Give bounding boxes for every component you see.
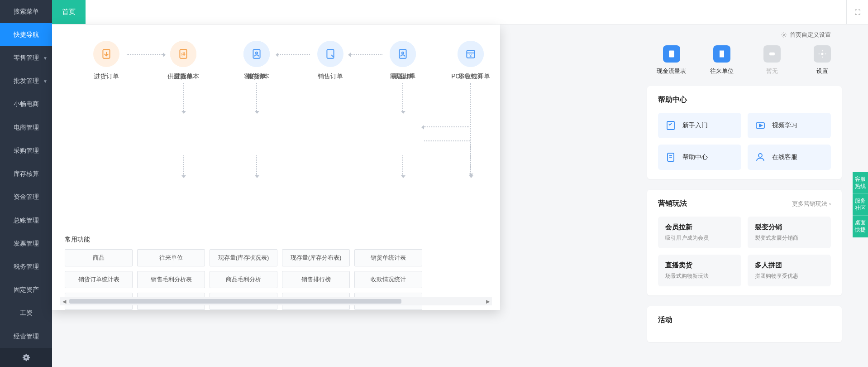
sidebar-item-search[interactable]: 搜索菜单 — [0, 0, 52, 23]
flow-node-sales-order[interactable]: 销售订单 — [308, 41, 353, 81]
sidebar-item-operation[interactable]: 经营管理 — [0, 325, 52, 348]
chevron-right-icon: › — [829, 200, 831, 207]
flow-arrow — [424, 140, 470, 141]
flow-arrow — [402, 155, 403, 175]
flow-arrow — [256, 83, 257, 111]
horizontal-scrollbar[interactable]: ◀ ▶ — [60, 297, 492, 305]
fn-btn-5[interactable]: 销货订单统计表 — [65, 271, 133, 288]
float-hotline[interactable]: 客服热线 — [853, 172, 868, 194]
video-icon — [755, 120, 766, 131]
help-tile-video[interactable]: 视频学习 — [748, 113, 831, 138]
topbar: 首页 — [52, 0, 868, 24]
shortcut-row: 现金流量表 往来单位 暂无 设置 — [647, 45, 842, 75]
svg-rect-1 — [669, 51, 674, 58]
quicknav-flyout: 进货订单 进货单 销货单 销售订单 商城订单 POS收银开单 ¥付款单 ¥收款单… — [52, 24, 500, 310]
sidebar-settings-button[interactable] — [0, 348, 52, 367]
sidebar-item-salary[interactable]: 工资 — [0, 302, 52, 325]
home-right-column: 首页自定义设置 现金流量表 往来单位 暂无 设置 帮助中心 新手入门 视频学习 … — [647, 27, 842, 342]
sidebar-item-tax[interactable]: 税务管理 — [0, 255, 52, 278]
flow-arrow — [183, 83, 184, 111]
help-tile-center[interactable]: 帮助中心 — [658, 145, 741, 170]
tab-home[interactable]: 首页 — [52, 0, 86, 24]
svg-text:供: 供 — [181, 52, 186, 57]
flow-diagram: 进货订单 进货单 销货单 销售订单 商城订单 POS收银开单 ¥付款单 ¥收款单… — [57, 41, 491, 236]
svg-rect-22 — [327, 49, 334, 58]
flow-arrow — [256, 155, 257, 175]
float-desktop[interactable]: 桌面快捷 — [853, 216, 868, 237]
activity-title: 活动 — [658, 315, 672, 325]
fn-btn-1[interactable]: 往来单位 — [137, 249, 205, 266]
fn-btn-4[interactable]: 销货单统计表 — [354, 249, 422, 266]
chevron-down-icon: ▼ — [43, 56, 48, 61]
marketing-more-link[interactable]: 更多营销玩法 › — [792, 200, 831, 208]
float-community[interactable]: 服务社区 — [853, 194, 868, 216]
mktg-tile-live[interactable]: 直播卖货场景式购物新玩法 — [658, 255, 741, 286]
flow-node-customer-ledger[interactable]: 客户账本 — [234, 41, 279, 81]
scroll-left-button[interactable]: ◀ — [60, 297, 68, 305]
flow-arrow — [127, 54, 163, 55]
svg-rect-5 — [720, 53, 721, 54]
fullscreen-button[interactable] — [846, 0, 868, 24]
fn-btn-3[interactable]: 现存量(库存分布表) — [282, 249, 350, 266]
mktg-tile-fission[interactable]: 裂变分销裂变式发展分销商 — [748, 217, 831, 248]
help-tile-newbie[interactable]: 新手入门 — [658, 113, 741, 138]
doc-in-icon — [100, 48, 112, 60]
sidebar-item-inventory[interactable]: 库存核算 — [0, 163, 52, 186]
svg-point-39 — [402, 52, 404, 54]
fn-btn-7[interactable]: 商品毛利分析 — [210, 271, 277, 288]
flow-node-retail-out[interactable]: 零售出库 — [380, 41, 425, 81]
mktg-tile-member[interactable]: 会员拉新吸引用户成为会员 — [658, 217, 741, 248]
scrollbar-track[interactable] — [68, 298, 484, 304]
sidebar-item-retail[interactable]: 零售管理▼ — [0, 46, 52, 69]
gear-icon — [814, 45, 831, 63]
user-doc-icon — [251, 48, 262, 60]
headset-icon — [755, 152, 766, 163]
marketing-title: 营销玩法 — [658, 199, 687, 208]
sidebar-item-purchase[interactable]: 采购管理 — [0, 139, 52, 162]
sidebar-item-ledger[interactable]: 总账管理 — [0, 209, 52, 232]
book-icon: 供 — [177, 48, 189, 60]
flow-arrow — [402, 83, 403, 111]
svg-marker-11 — [759, 124, 762, 127]
fn-btn-2[interactable]: 现存量(库存状况表) — [210, 249, 277, 266]
scrollbar-thumb[interactable] — [69, 299, 401, 304]
svg-rect-2 — [720, 51, 724, 58]
sidebar-item-ecommerce[interactable]: 电商管理 — [0, 116, 52, 139]
help-center-title: 帮助中心 — [658, 95, 687, 105]
shortcut-contacts[interactable]: 往来单位 — [702, 45, 741, 75]
sidebar-item-invoice[interactable]: 发票管理 — [0, 232, 52, 255]
svg-point-15 — [758, 154, 762, 157]
sidebar-item-assets[interactable]: 固定资产 — [0, 279, 52, 302]
sidebar-item-wholesale[interactable]: 批发管理▼ — [0, 70, 52, 93]
fn-btn-8[interactable]: 销售排行榜 — [282, 271, 350, 288]
shortcut-settings[interactable]: 设置 — [802, 45, 842, 75]
scroll-right-button[interactable]: ▶ — [484, 297, 492, 305]
flow-arrow — [351, 54, 382, 55]
checklist-icon — [665, 120, 676, 131]
gear-icon — [781, 32, 787, 38]
fn-btn-9[interactable]: 收款情况统计 — [354, 271, 422, 288]
homepage-custom-settings[interactable]: 首页自定义设置 — [647, 27, 842, 45]
help-tile-support[interactable]: 在线客服 — [748, 145, 831, 170]
shortcut-empty[interactable]: 暂无 — [752, 45, 792, 75]
shortcut-cashflow[interactable]: 现金流量表 — [652, 45, 691, 75]
svg-point-0 — [783, 34, 785, 36]
sidebar-item-quicknav[interactable]: 快捷导航 — [0, 23, 52, 46]
fn-btn-0[interactable]: 商品 — [65, 249, 133, 266]
flow-arrow — [278, 54, 310, 55]
doc-icon — [663, 45, 680, 63]
flow-node-supplier-ledger[interactable]: 供供应商账本 — [161, 41, 206, 81]
mktg-tile-group[interactable]: 多人拼团拼团购物享受优惠 — [748, 255, 831, 286]
flow-node-purchase-order[interactable]: 进货订单 — [84, 41, 129, 81]
flow-node-retail-settle[interactable]: ¥零售结算 — [448, 41, 493, 81]
sidebar-item-funds[interactable]: 资金管理 — [0, 186, 52, 209]
sidebar-item-xiaochang[interactable]: 小畅电商 — [0, 93, 52, 116]
activity-card: 活动 — [647, 306, 842, 342]
common-functions-title: 常用功能 — [65, 236, 487, 244]
building-icon — [713, 45, 730, 63]
fullscreen-icon — [854, 9, 861, 16]
doc-icon — [665, 152, 676, 163]
user-doc-icon — [397, 48, 409, 60]
fn-btn-6[interactable]: 销售毛利分析表 — [137, 271, 205, 288]
svg-rect-3 — [720, 52, 721, 53]
